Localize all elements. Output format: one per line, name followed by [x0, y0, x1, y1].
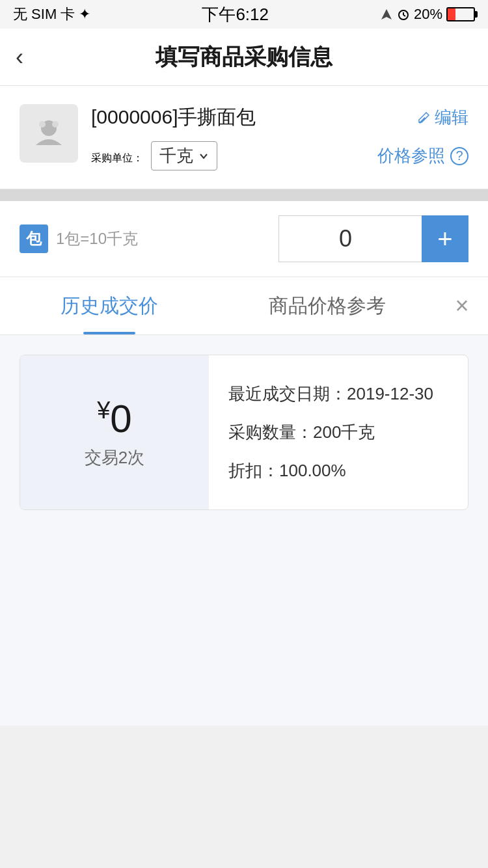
tab-underline [83, 332, 135, 334]
unit-select[interactable]: 千克 [151, 141, 217, 170]
svg-marker-0 [381, 9, 392, 20]
back-button[interactable]: ‹ [16, 44, 23, 71]
svg-line-3 [403, 15, 405, 16]
tab-price-ref[interactable]: 商品价格参考 [218, 277, 436, 334]
product-info: [0000006]手撕面包 编辑 采购单位： 千克 价格 [91, 104, 468, 170]
tabs-container: 历史成交价 商品价格参考 × [0, 277, 488, 335]
quantity-plus-button[interactable]: + [422, 215, 468, 262]
tab-price-ref-label: 商品价格参考 [269, 293, 386, 319]
unit-value: 千克 [159, 144, 193, 167]
recent-date-value: 2019-12-30 [347, 384, 433, 403]
nav-bar: ‹ 填写商品采购信息 [0, 29, 488, 86]
sim-wifi-label: 无 SIM 卡 ✦ [13, 5, 90, 24]
history-price-area: ¥0 交易2次 [20, 355, 209, 509]
history-price-display: ¥0 [97, 396, 131, 441]
tab-history-label: 历史成交价 [61, 293, 158, 319]
chevron-down-icon [198, 151, 209, 161]
alarm-icon [397, 8, 410, 21]
quantity-row: 包 1包=10千克 + [0, 201, 488, 277]
status-bar: 无 SIM 卡 ✦ 下午6:12 20% [0, 0, 488, 29]
tab-history-price[interactable]: 历史成交价 [0, 277, 218, 334]
purchase-qty-row: 采购数量：200千克 [228, 420, 448, 445]
product-name: [0000006]手撕面包 [91, 104, 256, 131]
battery-icon [446, 7, 475, 21]
recent-date-label: 最近成交日期： [228, 384, 347, 403]
content-area: ¥0 交易2次 最近成交日期：2019-12-30 采购数量：200千克 折扣：… [0, 335, 488, 726]
location-icon [380, 8, 393, 21]
discount-label: 折扣： [228, 461, 279, 480]
help-icon: ? [450, 147, 468, 165]
product-header: [0000006]手撕面包 编辑 [91, 104, 468, 131]
svg-point-5 [39, 121, 46, 128]
product-card: [0000006]手撕面包 编辑 采购单位： 千克 价格 [0, 86, 488, 189]
product-unit-row: 采购单位： 千克 价格参照 ? [91, 141, 468, 170]
history-card: ¥0 交易2次 最近成交日期：2019-12-30 采购数量：200千克 折扣：… [20, 355, 468, 510]
tab-close-button[interactable]: × [436, 277, 488, 334]
product-logo-image [29, 114, 68, 153]
recent-date-row: 最近成交日期：2019-12-30 [228, 381, 448, 407]
edit-button[interactable]: 编辑 [416, 106, 468, 129]
product-logo [20, 104, 78, 163]
purchase-qty-label: 采购数量： [228, 422, 313, 442]
quantity-input-area: + [278, 215, 468, 262]
price-ref-label: 价格参照 [377, 144, 445, 167]
discount-value: 100.00% [279, 461, 346, 480]
quantity-sub-label: 1包=10千克 [56, 228, 138, 249]
status-time: 下午6:12 [202, 3, 269, 26]
history-details: 最近成交日期：2019-12-30 采购数量：200千克 折扣：100.00% [209, 355, 468, 509]
discount-row: 折扣：100.00% [228, 458, 448, 483]
gray-divider [0, 189, 488, 201]
quantity-label: 包 1包=10千克 [20, 224, 138, 253]
unit-label-area: 采购单位： 千克 [91, 141, 217, 170]
price-symbol: ¥ [97, 397, 110, 424]
unit-label: 采购单位： [91, 152, 143, 163]
price-ref-button[interactable]: 价格参照 ? [377, 144, 468, 167]
history-trades: 交易2次 [85, 446, 144, 469]
status-right: 20% [380, 6, 475, 23]
svg-marker-8 [419, 113, 429, 122]
edit-icon [416, 111, 431, 125]
purchase-qty-value: 200千克 [313, 422, 375, 442]
status-left: 无 SIM 卡 ✦ [13, 5, 90, 24]
svg-point-6 [52, 121, 59, 128]
quantity-input[interactable] [278, 215, 422, 262]
quantity-unit-box: 包 [20, 224, 48, 253]
price-value: 0 [110, 397, 131, 441]
battery-percent: 20% [414, 6, 442, 23]
page-title: 填写商品采购信息 [156, 42, 332, 72]
edit-label: 编辑 [435, 106, 468, 129]
